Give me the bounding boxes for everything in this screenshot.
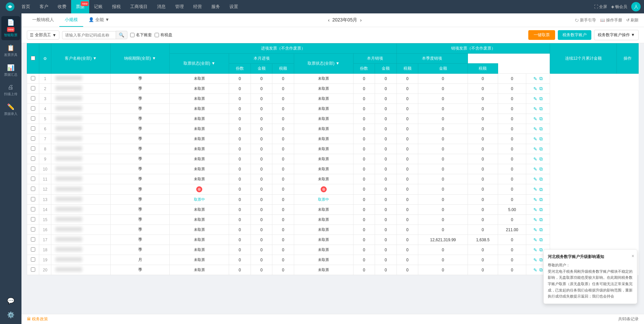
copy-icon[interactable]: ⧉ [539,237,543,243]
copy-icon[interactable]: ⧉ [539,267,543,273]
search-button[interactable]: 🔍 [116,31,127,39]
manual-link[interactable]: 📖 操作手册 [600,17,622,23]
sidebar-item-invoice-entry[interactable]: ✏️ 票据录入 [1,101,20,119]
search-input[interactable] [62,31,116,39]
sidebar-item-invoice-open[interactable]: 📋 发票开具 [1,42,20,60]
row-checkbox[interactable] [31,267,35,272]
membership-btn[interactable]: ◈ 畅会员 [611,4,627,10]
copy-icon[interactable]: ⧉ [539,187,543,192]
edit-icon[interactable]: ✎ [533,217,537,222]
tax-digital-account-action-btn[interactable]: 税务数字账户操作 ▼ [594,30,639,40]
app-logo[interactable] [3,0,17,13]
copy-icon[interactable]: ⧉ [539,106,543,112]
edit-icon[interactable]: ✎ [533,267,537,273]
sidebar-item-chat[interactable]: 💬 [1,295,20,307]
nav-tax[interactable]: 报税 [107,0,125,13]
row-checkbox[interactable] [31,96,35,101]
copy-icon[interactable]: ⧉ [539,217,543,222]
employee-select[interactable]: ☰ 全部员工 ▼ [27,30,59,40]
row-checkbox[interactable] [31,76,35,80]
checkbox-taxdisk[interactable]: 有税盘 [155,32,172,38]
new-guide-link[interactable]: ⭮ 新手引导 [575,17,596,23]
edit-icon[interactable]: ✎ [533,167,537,172]
tab-all[interactable]: 👤 全能 ▼ [83,13,115,27]
row-checkbox[interactable] [31,257,35,262]
edit-icon[interactable]: ✎ [533,237,537,243]
notification-close-btn[interactable]: × [632,252,634,260]
sidebar-item-scan-upload[interactable]: 🖨 扫描上传 [1,81,20,99]
row-checkbox[interactable] [31,237,35,242]
edit-icon[interactable]: ✎ [533,187,537,192]
date-prev-btn[interactable]: ‹ [328,17,330,23]
edit-icon[interactable]: ✎ [533,146,537,152]
row-checkbox[interactable] [31,156,35,161]
edit-icon[interactable]: ✎ [533,126,537,132]
row-checkbox[interactable] [31,217,35,221]
row-checkbox[interactable] [31,116,35,121]
edit-icon[interactable]: ✎ [533,96,537,102]
row-checkbox[interactable] [31,187,35,191]
row-checkbox[interactable] [31,146,35,151]
copy-icon[interactable]: ⧉ [539,136,543,142]
edit-icon[interactable]: ✎ [533,136,537,142]
edit-icon[interactable]: ✎ [533,156,537,162]
row-checkbox[interactable] [31,207,35,211]
tax-policy-link[interactable]: 🏛 税务政策 [27,316,48,322]
edit-icon[interactable]: ✎ [533,207,537,212]
edit-icon[interactable]: ✎ [533,116,537,122]
row-checkbox[interactable] [31,126,35,131]
account-checkbox[interactable] [130,33,135,37]
copy-icon[interactable]: ⧉ [539,166,543,172]
copy-icon[interactable]: ⧉ [539,207,543,212]
one-click-invoice-btn[interactable]: 一键取票 [528,30,555,40]
copy-icon[interactable]: ⧉ [539,146,543,152]
edit-icon[interactable]: ✎ [533,76,537,81]
nav-accounting[interactable]: 记账 [89,0,107,13]
copy-icon[interactable]: ⧉ [539,76,543,81]
row-checkbox[interactable] [31,177,35,181]
nav-customer[interactable]: 客户 [35,0,53,13]
tab-general[interactable]: 一般纳税人 [27,13,59,27]
row-checkbox[interactable] [31,227,35,232]
fullscreen-btn[interactable]: ⛶ 全屏 [594,4,607,10]
edit-icon[interactable]: ✎ [533,227,537,233]
nav-invoice[interactable]: 票据 new [71,0,89,13]
copy-icon[interactable]: ⧉ [539,86,543,91]
sidebar-item-invoice-summary[interactable]: 📊 票据汇总 [1,61,20,80]
edit-icon[interactable]: ✎ [533,106,537,112]
copy-icon[interactable]: ⧉ [539,116,543,122]
copy-icon[interactable]: ⧉ [539,197,543,202]
edit-icon[interactable]: ✎ [533,86,537,91]
tax-digital-account-btn[interactable]: 税务数字账户 [558,30,591,40]
row-checkbox[interactable] [31,167,35,171]
date-next-btn[interactable]: › [360,17,362,23]
copy-icon[interactable]: ⧉ [539,96,543,102]
tab-small-scale[interactable]: 小规模 [59,13,83,27]
taxdisk-checkbox[interactable] [155,33,159,37]
nav-service[interactable]: 服务 [207,0,225,13]
row-checkbox[interactable] [31,197,35,201]
nav-message[interactable]: 消息 [152,0,170,13]
copy-icon[interactable]: ⧉ [539,156,543,162]
user-avatar[interactable]: 人 [631,2,641,11]
edit-icon[interactable]: ✎ [533,247,537,253]
nav-settings[interactable]: 设置 [225,0,243,13]
row-checkbox[interactable] [31,247,35,252]
nav-business[interactable]: 工商项目 [125,0,152,13]
copy-icon[interactable]: ⧉ [539,247,543,253]
nav-manage[interactable]: 管理 [170,0,189,13]
row-checkbox[interactable] [31,86,35,90]
nav-home[interactable]: 首页 [17,0,35,13]
refresh-link[interactable]: ↺ 刷新 [626,17,639,23]
nav-operation[interactable]: 经营 [189,0,207,13]
copy-icon[interactable]: ⧉ [539,126,543,132]
edit-icon[interactable]: ✎ [533,177,537,182]
row-checkbox[interactable] [31,106,35,111]
copy-icon[interactable]: ⧉ [539,257,543,263]
copy-icon[interactable]: ⧉ [539,227,543,233]
sidebar-item-settings[interactable]: ⚙️ [1,309,20,321]
edit-icon[interactable]: ✎ [533,197,537,202]
copy-icon[interactable]: ⧉ [539,176,543,182]
sidebar-item-smart-invoice[interactable]: 📄 new 智能取票 [1,16,20,40]
edit-icon[interactable]: ✎ [533,257,537,263]
